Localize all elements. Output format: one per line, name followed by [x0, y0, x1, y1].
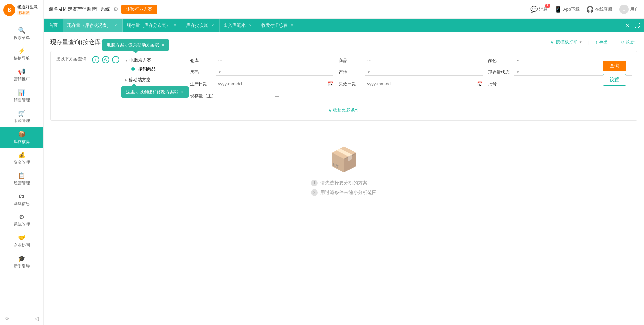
collapse-row[interactable]: ∧ 收起更多条件	[56, 104, 632, 116]
scheme-item-mobile[interactable]: ▶ 移动端方案	[125, 75, 178, 84]
scheme-expand-arrow: ▼	[125, 59, 128, 62]
sidebar-item-system[interactable]: ⚙ 系统管理	[0, 210, 43, 231]
topbar-left: 装备及固定资产辅助管理系统 ⚙ 体验行业方案	[49, 5, 157, 14]
stock-main-label: 现存量（主）	[190, 93, 216, 99]
back-scheme-button[interactable]: ←	[112, 56, 119, 63]
print-icon: 🖨	[550, 40, 554, 45]
sidebar-item-base[interactable]: 🗂 基础信息	[0, 189, 43, 210]
user-action[interactable]: U 用户	[619, 5, 639, 14]
stock-range-dash: —	[273, 94, 280, 99]
guide-icon: 🎓	[18, 255, 25, 262]
logo-icon: 6	[3, 4, 15, 16]
stock-main-min-input[interactable]	[219, 92, 271, 100]
stock-status-label: 现存量状态	[488, 69, 512, 75]
sidebar-item-quick-nav[interactable]: ⚡ 快捷导航	[0, 44, 43, 65]
tab-close-flow[interactable]: ×	[248, 23, 253, 28]
refresh-button[interactable]: ↺ 刷新	[618, 38, 637, 46]
sidebar-item-purchase[interactable]: 🛒 采购管理	[0, 106, 43, 127]
button-column: 查询 设置	[603, 61, 626, 86]
sidebar-item-guide[interactable]: 🎓 新手引导	[0, 252, 43, 272]
field-stock-main: 现存量（主） —	[190, 92, 335, 100]
main-content: 现存量查询(按仓库+商品) 🖨 按模板打印 ▼ | ↑ 导出 | ↺ 刷新	[44, 32, 644, 325]
logo-text: 畅通好生意 标准版	[17, 4, 38, 16]
tab-summary[interactable]: 收发存汇总表 ×	[257, 19, 299, 32]
tab-flow[interactable]: 出入库流水 ×	[220, 19, 257, 32]
trial-button[interactable]: 体验行业方案	[121, 5, 157, 14]
product-select[interactable]: ···	[365, 56, 482, 65]
field-origin: 产地 ▼	[339, 69, 482, 76]
collab-icon: 🤝	[18, 234, 25, 241]
tooltip2-close[interactable]: ×	[181, 89, 184, 95]
expiry-date-calendar-icon[interactable]: 📅	[477, 81, 483, 87]
field-size: 尺码 ▼	[190, 69, 333, 76]
sidebar-item-inventory[interactable]: 📦 库存核算	[0, 127, 43, 148]
scheme-label-desktop: 电脑端方案	[129, 57, 151, 63]
tab-close-all-icon[interactable]: ✕	[624, 21, 631, 30]
online-support-action[interactable]: 🎧 在线客服	[586, 6, 612, 13]
size-arrow: ▼	[218, 70, 221, 74]
sidebar-bottom: ⚙ ◁	[0, 312, 43, 325]
filter-label: 按以下方案查询	[56, 56, 87, 62]
filter-row3: 生产日期 📅 失效日期 📅 批号	[190, 80, 632, 88]
sidebar-item-collab[interactable]: 🤝 企业协同	[0, 231, 43, 252]
scheme-tree-container: ▼ 电脑端方案 按销商品 ▶ 移动端方案	[125, 56, 178, 84]
sidebar-nav: 🔍 搜索菜单 ⚡ 快捷导航 📢 营销推广 📊 销售管理 🛒 采购管理 📦 库存核…	[0, 20, 43, 312]
tip-num-1: 1	[311, 180, 318, 186]
tab-close-inventory-status[interactable]: ×	[113, 23, 118, 28]
system-name: 装备及固定资产辅助管理系统	[49, 6, 110, 12]
filter-controls: + ⊙ ← 电脑方案可设为移动方案哦 ×	[92, 56, 119, 63]
phone-icon: 📱	[554, 6, 562, 13]
sidebar-item-marketing[interactable]: 📢 营销推广	[0, 65, 43, 86]
sidebar-item-finance[interactable]: 💰 资金管理	[0, 148, 43, 169]
export-button[interactable]: ↑ 导出	[593, 38, 610, 46]
expiry-date-input[interactable]	[365, 80, 473, 88]
collapse-sidebar-icon[interactable]: ◁	[35, 315, 39, 322]
size-select[interactable]: ▼	[216, 69, 333, 76]
reset-button[interactable]: 设置	[603, 74, 626, 86]
scheme-item-desktop[interactable]: ▼ 电脑端方案	[125, 56, 178, 65]
system-icon: ⚙	[19, 213, 24, 221]
tab-close-distribution[interactable]: ×	[172, 23, 178, 28]
origin-select[interactable]: ▼	[365, 69, 482, 76]
notification-action[interactable]: 💬 消息 8	[530, 6, 548, 13]
stock-main-max-input[interactable]	[283, 92, 335, 100]
stock-status-arrow: ▼	[516, 70, 520, 74]
topbar-settings-icon[interactable]: ⚙	[113, 6, 118, 12]
tab-inventory-status[interactable]: 现存量（库存状况表） ×	[63, 19, 123, 32]
copy-scheme-button[interactable]: ⊙	[102, 56, 109, 63]
tab-close-summary[interactable]: ×	[289, 23, 295, 28]
product-label: 商品	[339, 58, 362, 64]
field-expiry-date: 失效日期 📅	[339, 80, 482, 88]
product-dots: ···	[367, 57, 371, 63]
tabbar-right: ✕ ⛶	[624, 21, 644, 30]
origin-label: 产地	[339, 69, 362, 75]
print-button[interactable]: 🖨 按模板打印 ▼	[547, 38, 585, 46]
filter-header-row: 按以下方案查询 + ⊙ ← 电脑方案可设为移动方案哦 × ▼	[56, 56, 632, 100]
tooltip1-close[interactable]: ×	[162, 42, 164, 48]
scheme-sub-active[interactable]: 按销商品	[131, 65, 178, 73]
settings-bottom-icon[interactable]: ⚙	[5, 315, 9, 322]
batch-label: 批号	[488, 81, 512, 87]
tab-batch-ledger[interactable]: 库存批次账 ×	[182, 19, 220, 32]
sidebar-item-sales[interactable]: 📊 销售管理	[0, 86, 43, 106]
production-date-calendar-icon[interactable]: 📅	[328, 81, 333, 87]
add-scheme-button[interactable]: +	[92, 56, 99, 63]
filter-row2: 尺码 ▼ 产地 ▼ 现存量状态	[190, 69, 632, 76]
production-date-input[interactable]	[216, 80, 324, 88]
app-download-action[interactable]: 📱 App下载	[554, 6, 580, 13]
print-dropdown-arrow: ▼	[579, 40, 582, 44]
headset-icon: 🎧	[586, 6, 594, 13]
notification-icon: 💬	[530, 6, 538, 13]
tab-home[interactable]: 首页	[44, 19, 63, 32]
query-button[interactable]: 查询	[603, 61, 626, 71]
tab-maximize-icon[interactable]: ⛶	[633, 21, 641, 30]
sidebar-item-search[interactable]: 🔍 搜索菜单	[0, 23, 43, 44]
notification-badge: 8	[545, 4, 550, 8]
sidebar-item-ops[interactable]: 📋 经营管理	[0, 169, 43, 189]
tab-close-batch[interactable]: ×	[210, 23, 215, 28]
warehouse-select[interactable]: ···	[216, 56, 333, 65]
tooltip1-arrow	[133, 51, 138, 53]
sales-icon: 📊	[18, 89, 25, 96]
tab-inventory-distribution[interactable]: 现存量（库存分布表） ×	[123, 19, 182, 32]
page-container: 现存量查询(按仓库+商品) 🖨 按模板打印 ▼ | ↑ 导出 | ↺ 刷新	[44, 32, 644, 325]
